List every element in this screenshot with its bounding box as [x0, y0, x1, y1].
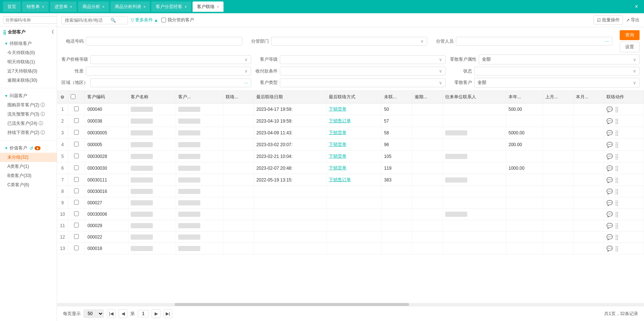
scatter-select[interactable]: 全部 ∨ [474, 78, 640, 88]
grid-action-icon[interactable]: ⣿ [615, 154, 619, 159]
grid-action-icon[interactable]: ⣿ [615, 200, 619, 206]
tab-analysis-list[interactable]: 商品分析列表 × [110, 1, 150, 12]
row-checkbox-cell[interactable] [68, 232, 85, 243]
close-icon[interactable]: × [42, 5, 44, 9]
tab-purchase[interactable]: 进货单 × [50, 1, 77, 12]
row-checkbox-cell[interactable] [68, 243, 85, 254]
window-close-button[interactable]: × [632, 3, 641, 10]
batch-ops-button[interactable]: ☑ 批量操作 [594, 15, 623, 25]
row-checkbox[interactable] [74, 154, 79, 158]
message-icon[interactable]: 💬 [606, 223, 613, 229]
grid-action-icon[interactable]: ⣿ [615, 177, 619, 183]
grid-action-icon[interactable]: ⣿ [615, 223, 619, 229]
row-checkbox[interactable] [74, 246, 79, 250]
tab-analysis[interactable]: 商品分析 × [78, 1, 109, 12]
message-icon[interactable]: 💬 [606, 165, 613, 171]
grid-action-icon[interactable]: ⣿ [615, 211, 619, 217]
row-checkbox[interactable] [74, 118, 79, 123]
sidebar-item-typeA[interactable]: A类客户(1) [0, 162, 57, 171]
row-checkbox[interactable] [74, 211, 79, 216]
row-checkbox[interactable] [74, 142, 79, 147]
last-method-link[interactable]: 下销货单 [329, 130, 346, 135]
value-customers-title[interactable]: ▼ 价值客户 ↺ ● [0, 144, 57, 153]
sidebar-item-churned[interactable]: 已流失客户(24) ⓘ [0, 119, 57, 128]
horizontal-scrollbar[interactable] [57, 303, 644, 306]
collapse-icon[interactable]: 《 [49, 29, 54, 35]
page-input[interactable] [138, 310, 149, 317]
query-button[interactable]: 查询 [620, 30, 640, 40]
row-checkbox[interactable] [74, 106, 79, 111]
row-checkbox-cell[interactable] [68, 115, 85, 127]
tab-sales[interactable]: 销售单 × [22, 1, 49, 12]
grid-action-icon[interactable]: ⣿ [615, 130, 619, 136]
close-icon[interactable]: × [102, 5, 105, 9]
message-icon[interactable]: 💬 [606, 234, 613, 240]
nature-select[interactable]: ∨ [86, 67, 251, 75]
settings-col-header[interactable]: ⚙ [57, 91, 68, 103]
grid-action-icon[interactable]: ⣿ [615, 106, 619, 112]
message-icon[interactable]: 💬 [606, 188, 613, 194]
row-checkbox-cell[interactable] [68, 220, 85, 232]
customer-tier-select[interactable]: ∨ [280, 55, 445, 64]
sidebar-item-churn-warning[interactable]: 流失预警客户(3) ⓘ [0, 110, 57, 119]
last-page-button[interactable]: ▶| [163, 309, 172, 318]
reset-button[interactable]: 设置 [620, 42, 640, 52]
row-checkbox[interactable] [74, 177, 79, 182]
prev-page-button[interactable]: ◀ [119, 309, 127, 318]
message-icon[interactable]: 💬 [606, 142, 613, 148]
scrollbar-thumb[interactable] [175, 303, 409, 306]
row-checkbox[interactable] [74, 223, 79, 227]
row-checkbox-cell[interactable] [68, 186, 85, 197]
last-method-link[interactable]: 下销货单 [329, 165, 346, 170]
price-tier-select[interactable]: ∨ [90, 55, 251, 64]
row-checkbox[interactable] [74, 200, 79, 205]
message-icon[interactable]: 💬 [606, 177, 613, 183]
last-method-link[interactable]: 下销售订单 [329, 118, 351, 123]
my-customers-check[interactable] [161, 18, 166, 22]
grid-action-icon[interactable]: ⣿ [615, 234, 619, 240]
row-checkbox-cell[interactable] [68, 127, 85, 139]
status-select[interactable]: ∨ [474, 67, 640, 75]
region-select[interactable]: ··· [90, 78, 251, 87]
pending-contact-title[interactable]: ▼ 待联络客户 [0, 39, 57, 48]
sidebar-item-hoard[interactable]: 囤购异常客户(2) ⓘ [0, 100, 57, 110]
sidebar-item-overdue[interactable]: 逾期未联络(30) [0, 76, 57, 85]
row-checkbox-cell[interactable] [68, 139, 85, 151]
row-checkbox[interactable] [74, 165, 79, 170]
row-checkbox-cell[interactable] [68, 174, 85, 186]
last-method-link[interactable]: 下销货单 [329, 142, 346, 147]
close-icon[interactable]: × [144, 5, 146, 9]
sidebar-item-tomorrow[interactable]: 明天待联络(1) [0, 57, 57, 67]
message-icon[interactable]: 💬 [606, 154, 613, 159]
message-icon[interactable]: 💬 [606, 200, 613, 206]
close-icon[interactable]: × [217, 5, 219, 9]
all-customers-header[interactable]: ⣿ 全部客户 《 [0, 27, 57, 38]
refresh-icon[interactable]: ↺ [29, 146, 33, 151]
sidebar-search-input[interactable] [3, 16, 57, 24]
message-icon[interactable]: 💬 [606, 118, 613, 124]
message-icon[interactable]: 💬 [606, 130, 613, 136]
grid-action-icon[interactable]: ⣿ [615, 142, 619, 148]
row-checkbox-cell[interactable] [68, 151, 85, 162]
export-button[interactable]: ↗ 导出 [626, 17, 640, 23]
row-checkbox[interactable] [74, 188, 79, 193]
my-customers-checkbox[interactable]: 我分管的客户 [161, 17, 194, 23]
problem-customers-title[interactable]: ▼ 问题客户 [0, 91, 57, 100]
first-page-button[interactable]: |◀ [107, 309, 116, 318]
row-checkbox[interactable] [74, 234, 79, 239]
settings-icon[interactable]: ⚙ [60, 95, 64, 100]
grid-action-icon[interactable]: ⣿ [615, 246, 619, 251]
select-all-checkbox[interactable] [71, 94, 75, 99]
message-icon[interactable]: 💬 [606, 106, 613, 112]
phone-input[interactable] [86, 37, 242, 46]
page-size-select[interactable]: 50 100 [84, 310, 104, 318]
message-icon[interactable]: 💬 [606, 211, 613, 217]
dept-select[interactable]: ∨ [271, 37, 427, 46]
close-icon[interactable]: × [184, 5, 187, 9]
row-checkbox-cell[interactable] [68, 197, 85, 209]
manager-select[interactable]: ··· [456, 37, 612, 46]
grid-action-icon[interactable]: ⣿ [615, 165, 619, 171]
close-icon[interactable]: × [70, 5, 72, 9]
row-checkbox-cell[interactable] [68, 209, 85, 220]
last-method-link[interactable]: 下销货单 [329, 106, 346, 112]
